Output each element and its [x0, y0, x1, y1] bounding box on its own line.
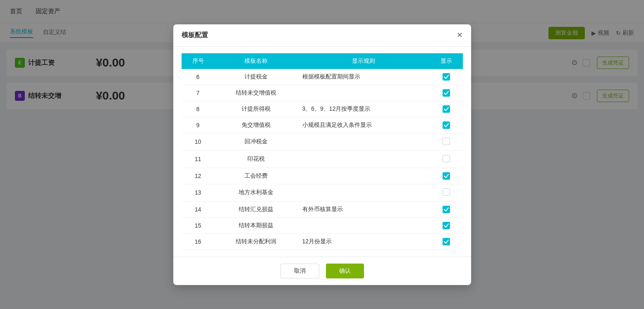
- cell-seq: 9: [182, 117, 215, 133]
- checkbox-unchecked[interactable]: [443, 155, 450, 162]
- table-row: 8计提所得税3、6、9、12月按季度显示: [182, 101, 463, 117]
- cell-seq: 6: [182, 69, 215, 85]
- table-row: 12工会经费: [182, 168, 463, 184]
- cell-seq: 14: [182, 201, 215, 217]
- cell-checkbox: [430, 133, 463, 150]
- checkbox-checked[interactable]: [443, 89, 450, 97]
- table-row: 7结转未交增值税: [182, 85, 463, 101]
- modal-footer: 取消 确认: [173, 257, 471, 285]
- col-header-rule: 显示规则: [297, 53, 430, 69]
- modal-close-button[interactable]: ✕: [457, 31, 463, 39]
- cell-checkbox: [430, 150, 463, 168]
- cell-seq: 16: [182, 233, 215, 250]
- table-row: 9免交增值税小规模且满足收入条件显示: [182, 117, 463, 133]
- modal-header: 模板配置 ✕: [173, 24, 471, 47]
- col-header-seq: 序号: [182, 53, 215, 69]
- cell-checkbox: [430, 69, 463, 85]
- cell-name: 回冲税金: [215, 133, 297, 150]
- cell-rule: 小规模且满足收入条件显示: [297, 117, 430, 133]
- cell-name: 结转未交增值税: [215, 85, 297, 101]
- cell-checkbox: [430, 217, 463, 233]
- cell-checkbox: [430, 117, 463, 133]
- modal-overlay: 模板配置 ✕ 序号 模板名称 显示规则 显示 6计提税金根据模板配置期间显示7结…: [0, 0, 644, 309]
- table-row: 15结转本期损益: [182, 217, 463, 233]
- cell-rule: 12月份显示: [297, 233, 430, 250]
- cell-name: 结转本期损益: [215, 217, 297, 233]
- cell-rule: 3、6、9、12月按季度显示: [297, 101, 430, 117]
- checkbox-checked[interactable]: [443, 73, 450, 81]
- cell-name: 地方水利基金: [215, 184, 297, 201]
- col-header-name: 模板名称: [215, 53, 297, 69]
- cell-seq: 15: [182, 217, 215, 233]
- cell-seq: 10: [182, 133, 215, 150]
- checkbox-checked[interactable]: [443, 105, 450, 113]
- cell-rule: [297, 133, 430, 150]
- cell-rule: [297, 168, 430, 184]
- cell-name: 工会经费: [215, 168, 297, 184]
- cell-checkbox: [430, 201, 463, 217]
- modal-body: 序号 模板名称 显示规则 显示 6计提税金根据模板配置期间显示7结转未交增值税8…: [173, 47, 471, 257]
- cell-rule: [297, 184, 430, 201]
- cell-name: 计提税金: [215, 69, 297, 85]
- cell-name: 印花税: [215, 150, 297, 168]
- cell-name: 结转未分配利润: [215, 233, 297, 250]
- cell-name: 结转汇兑损益: [215, 201, 297, 217]
- table-row: 6计提税金根据模板配置期间显示: [182, 69, 463, 85]
- cell-seq: 8: [182, 101, 215, 117]
- cell-checkbox: [430, 168, 463, 184]
- cell-seq: 11: [182, 150, 215, 168]
- checkbox-checked[interactable]: [443, 238, 450, 245]
- checkbox-checked[interactable]: [443, 222, 450, 229]
- config-table: 序号 模板名称 显示规则 显示 6计提税金根据模板配置期间显示7结转未交增值税8…: [182, 53, 463, 250]
- template-config-modal: 模板配置 ✕ 序号 模板名称 显示规则 显示 6计提税金根据模板配置期间显示7结…: [173, 24, 471, 285]
- checkbox-checked[interactable]: [443, 121, 450, 129]
- cell-name: 免交增值税: [215, 117, 297, 133]
- checkbox-checked[interactable]: [443, 206, 450, 213]
- cancel-button[interactable]: 取消: [280, 264, 319, 278]
- checkbox-unchecked[interactable]: [443, 138, 450, 145]
- table-row: 14结转汇兑损益有外币核算显示: [182, 201, 463, 217]
- cell-seq: 7: [182, 85, 215, 101]
- cell-rule: [297, 150, 430, 168]
- cell-rule: [297, 217, 430, 233]
- cell-seq: 13: [182, 184, 215, 201]
- table-row: 16结转未分配利润12月份显示: [182, 233, 463, 250]
- modal-title: 模板配置: [182, 31, 208, 40]
- table-row: 10回冲税金: [182, 133, 463, 150]
- checkbox-unchecked[interactable]: [443, 188, 450, 196]
- cell-checkbox: [430, 101, 463, 117]
- cell-name: 计提所得税: [215, 101, 297, 117]
- col-header-display: 显示: [430, 53, 463, 69]
- confirm-button[interactable]: 确认: [326, 264, 364, 278]
- cell-rule: 有外币核算显示: [297, 201, 430, 217]
- cell-rule: [297, 85, 430, 101]
- cell-rule: 根据模板配置期间显示: [297, 69, 430, 85]
- cell-checkbox: [430, 184, 463, 201]
- table-row: 11印花税: [182, 150, 463, 168]
- checkbox-checked[interactable]: [443, 172, 450, 180]
- cell-checkbox: [430, 233, 463, 250]
- cell-checkbox: [430, 85, 463, 101]
- table-header-row: 序号 模板名称 显示规则 显示: [182, 53, 463, 69]
- table-row: 13地方水利基金: [182, 184, 463, 201]
- cell-seq: 12: [182, 168, 215, 184]
